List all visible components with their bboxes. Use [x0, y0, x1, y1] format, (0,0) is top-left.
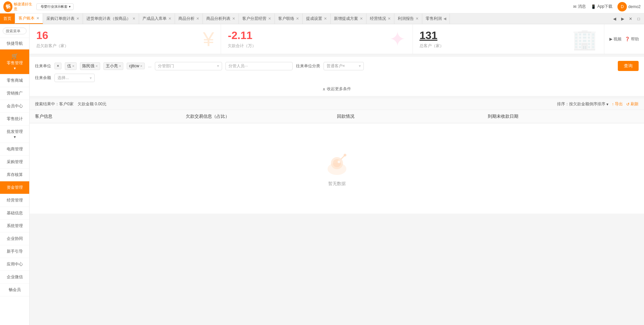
remove-wang[interactable]: × — [119, 64, 121, 68]
tab-cost-inbound[interactable]: 产成品入库单 ✕ — [139, 13, 175, 24]
sidebar-item-app-center[interactable]: 应用中心 — [0, 258, 29, 271]
message-button[interactable]: ✉ 消息 — [573, 4, 586, 9]
sidebar-item-enterprise[interactable]: 企业协同 — [0, 232, 29, 245]
sidebar-item-wholesale[interactable]: 批发管理 ▾ — [0, 125, 29, 143]
tab-close-goods[interactable]: ✕ — [196, 16, 199, 21]
app-download-button[interactable]: 📱 App下载 — [591, 4, 612, 9]
sidebar-item-member[interactable]: 会员中心 — [0, 100, 29, 113]
tab-close-proposal[interactable]: ✕ — [324, 16, 327, 21]
building-bg-icon: 🏢 — [572, 27, 597, 51]
tab-controls: ◀ ▶ ✕ □ — [611, 15, 644, 23]
person-selector[interactable]: 分管人员 ··· — [225, 62, 293, 70]
yuan-bg-icon: ¥ — [203, 28, 214, 51]
unit-class-label: 往来单位分类 — [296, 63, 320, 69]
filter-row-1: 往来单位 × 伍 × 陈民强 × 王小亮 × cjttcw — [35, 61, 639, 71]
tab-new-proposal[interactable]: 新增提成方案 ✕ — [331, 13, 367, 24]
tab-close-business[interactable]: ✕ — [388, 16, 391, 21]
tab-close-contact[interactable]: ✕ — [296, 16, 299, 21]
tab-business-status[interactable]: 经营情况 ✕ — [367, 13, 394, 24]
logo-icon: 畅 — [3, 1, 12, 12]
export-button[interactable]: ↑ 导出 — [612, 101, 623, 107]
filter-tag-unit-default: × — [54, 63, 61, 69]
svg-point-5 — [344, 154, 346, 156]
total-debt-label: 欠款合计（万） — [228, 43, 256, 49]
query-button[interactable]: 查询 — [618, 61, 639, 71]
tab-incoming-stats[interactable]: 进货单统计表（按商品） ✕ — [83, 13, 139, 24]
sidebar-item-newuser[interactable]: 新手引导 — [0, 245, 29, 258]
filter-more[interactable]: ... — [148, 64, 152, 68]
col-debt-info: 欠款交易信息（占比） — [186, 113, 337, 119]
sidebar-item-member2[interactable]: 畅会员 — [0, 284, 29, 296]
remove-cjttcw[interactable]: × — [140, 64, 142, 68]
tab-retail-profit[interactable]: 零售利润 ◀ — [422, 13, 450, 24]
tab-close-profit[interactable]: ✕ — [416, 16, 419, 21]
tab-next-button[interactable]: ▶ — [619, 15, 626, 23]
phone-icon: 📱 — [591, 4, 596, 9]
account-selector[interactable]: 母婴行业演示帐套 ▾ — [36, 3, 74, 10]
help-button[interactable]: ❓ 帮助 — [625, 36, 639, 42]
tab-close-incoming[interactable]: ✕ — [132, 16, 135, 21]
sidebar-item-system[interactable]: 系统管理 — [0, 220, 29, 232]
tab-goods-analysis[interactable]: 商品分析 ✕ — [175, 13, 203, 24]
tab-customers[interactable]: 客户账本 ✕ — [15, 13, 43, 24]
sidebar-item-finance[interactable]: 资金管理 — [0, 181, 29, 194]
remove-wu[interactable]: × — [72, 64, 74, 68]
balance-selector[interactable]: 选择... ▾ — [54, 74, 95, 82]
sidebar-item-ecommerce[interactable]: 电商管理 — [0, 143, 29, 156]
dept-selector[interactable]: 分管部门 ▾ — [155, 62, 222, 70]
tab-home[interactable]: 首页 — [0, 13, 15, 24]
filter-tag-wang: 王小亮 × — [103, 62, 123, 70]
sidebar-item-quick-nav[interactable]: 快捷导航 — [0, 38, 29, 49]
video-button[interactable]: ▶ 视频 — [609, 36, 621, 42]
tab-close-purchase[interactable]: ✕ — [76, 16, 79, 21]
sidebar-item-inventory[interactable]: 库存核算 — [0, 169, 29, 181]
balance-label: 往来余额 — [35, 75, 51, 81]
avatar: D — [617, 2, 627, 11]
sort-selector[interactable]: 排序：按欠款金额倒序排序 ▾ — [557, 101, 608, 107]
sidebar-item-retail-stats[interactable]: 零售统计 — [0, 113, 29, 125]
refresh-button[interactable]: ↺ 刷新 — [626, 101, 639, 107]
content-area: ¥ 16 总欠款客户（家） ✦ -2.11 欠款合计（万） 🏢 131 总客户（… — [30, 24, 644, 325]
logo-text: 畅捷通好生意 — [14, 2, 33, 11]
sidebar-item-purchase[interactable]: 采购管理 — [0, 156, 29, 169]
tab-prev-button[interactable]: ◀ — [611, 15, 618, 23]
tab-customer-tier[interactable]: 客户分层经营 ✕ — [239, 13, 275, 24]
tab-close-tier[interactable]: ✕ — [268, 16, 271, 21]
sidebar-item-marketing[interactable]: 营销推广 — [0, 87, 29, 100]
tab-close-new-proposal[interactable]: ✕ — [360, 16, 363, 21]
total-customers-label: 总欠款客户（家） — [36, 43, 69, 49]
filter-tag-cjttcw: cjttcw × — [127, 63, 144, 69]
tab-goods-analysis-list[interactable]: 商品分析列表 ✕ — [203, 13, 239, 24]
tab-proposal-settings[interactable]: 提成设置 ✕ — [303, 13, 331, 24]
tab-close-all-button[interactable]: ✕ — [627, 15, 634, 23]
sidebar-item-retail-mall[interactable]: 零售商城 — [0, 74, 29, 87]
sidebar-item-basic-info[interactable]: 基础信息 — [0, 207, 29, 220]
sidebar: 快捷导航 🛒 零售管理 ▾ 零售商城 营销推广 会员中心 零售统计 批发管理 ▾… — [0, 24, 30, 325]
tab-purchase-order[interactable]: 采购订单统计表 ✕ — [43, 13, 83, 24]
top-right: ✉ 消息 📱 App下载 D demo2 — [573, 2, 641, 11]
search-input[interactable] — [3, 28, 27, 34]
unit-label: 往来单位 — [35, 63, 51, 69]
sidebar-item-operations[interactable]: 经营管理 — [0, 194, 29, 207]
tab-close-goods-list[interactable]: ✕ — [232, 16, 235, 21]
col-due-date: 到期未收款日期 — [488, 113, 639, 119]
svg-line-4 — [341, 156, 344, 159]
play-icon: ▶ — [609, 37, 612, 41]
sidebar-item-wechat[interactable]: 企业微信 — [0, 271, 29, 284]
tab-close-customers[interactable]: ✕ — [36, 16, 39, 21]
remove-class[interactable]: × — [343, 64, 345, 68]
remove-chen[interactable]: × — [95, 64, 97, 68]
user-menu[interactable]: D demo2 — [617, 2, 641, 11]
debt-amount-text: 欠款金额 0.00元 — [78, 101, 107, 107]
tab-customer-contact[interactable]: 客户联络 ✕ — [275, 13, 303, 24]
sidebar-item-retail[interactable]: 🛒 零售管理 ▾ — [0, 49, 29, 74]
tab-profit-report[interactable]: 利润报告 ✕ — [394, 13, 422, 24]
tab-close-cost[interactable]: ✕ — [168, 16, 171, 21]
filter-section: 往来单位 × 伍 × 陈民强 × 王小亮 × cjttcw — [30, 57, 644, 96]
class-arrow-icon: ▾ — [359, 64, 361, 68]
unit-class-selector[interactable]: 普通客户 × ▾ — [324, 62, 364, 70]
tab-close-retail-profit[interactable]: ◀ — [443, 16, 446, 21]
collapse-button[interactable]: ∧ 收起更多条件 — [323, 86, 351, 92]
tab-expand-button[interactable]: □ — [635, 15, 642, 23]
person-dots[interactable]: ··· — [245, 64, 248, 68]
